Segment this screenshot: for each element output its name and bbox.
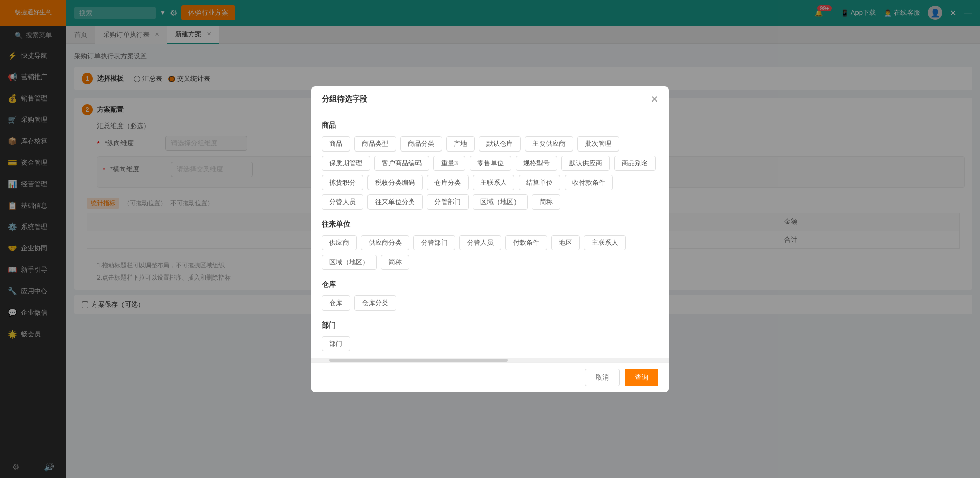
field-tag[interactable]: 付款条件	[505, 235, 547, 250]
field-tag[interactable]: 仓库	[322, 295, 350, 311]
field-selection-modal: 分组待选字段 ✕ 商品商品商品类型商品分类产地默认仓库主要供应商批次管理保质期管…	[311, 86, 669, 392]
field-section-title: 部门	[322, 321, 658, 330]
field-tag[interactable]: 主要供应商	[525, 136, 573, 152]
cancel-button[interactable]: 取消	[585, 369, 620, 386]
field-tag[interactable]: 零售单位	[470, 156, 511, 171]
field-tag[interactable]: 保质期管理	[322, 156, 370, 171]
field-tag[interactable]: 默认仓库	[479, 136, 521, 152]
field-section-仓库: 仓库仓库仓库分类	[322, 280, 658, 311]
field-tag[interactable]: 地区	[551, 235, 580, 250]
field-tag[interactable]: 区域（地区）	[473, 194, 528, 210]
modal-close-button[interactable]: ✕	[651, 94, 658, 105]
field-tag[interactable]: 仓库分类	[427, 175, 469, 190]
field-tag[interactable]: 供应商分类	[361, 235, 409, 250]
field-tag[interactable]: 税收分类编码	[368, 175, 423, 190]
field-section-title: 仓库	[322, 280, 658, 289]
modal-overlay[interactable]: 分组待选字段 ✕ 商品商品商品类型商品分类产地默认仓库主要供应商批次管理保质期管…	[0, 0, 980, 478]
field-tag[interactable]: 主联系人	[473, 175, 514, 190]
field-grid: 部门	[322, 336, 658, 351]
field-tag[interactable]: 分管部门	[413, 235, 455, 250]
field-tag[interactable]: 收付款条件	[565, 175, 613, 190]
field-grid: 商品商品类型商品分类产地默认仓库主要供应商批次管理保质期管理客户商品编码重量3零…	[322, 136, 658, 210]
field-tag[interactable]: 简称	[532, 194, 560, 210]
field-tag[interactable]: 分管人员	[322, 194, 363, 210]
field-tag[interactable]: 结算单位	[519, 175, 560, 190]
confirm-button[interactable]: 查询	[625, 369, 658, 386]
field-tag[interactable]: 商品分类	[400, 136, 442, 152]
field-tag[interactable]: 分管部门	[427, 194, 469, 210]
modal-title: 分组待选字段	[322, 94, 368, 104]
field-grid: 仓库仓库分类	[322, 295, 658, 311]
modal-footer: 取消 查询	[311, 362, 669, 392]
field-tag[interactable]: 往来单位分类	[368, 194, 423, 210]
modal-body[interactable]: 商品商品商品类型商品分类产地默认仓库主要供应商批次管理保质期管理客户商品编码重量…	[311, 113, 669, 358]
field-tag[interactable]: 主联系人	[584, 235, 626, 250]
field-section-商品: 商品商品商品类型商品分类产地默认仓库主要供应商批次管理保质期管理客户商品编码重量…	[322, 121, 658, 210]
field-tag[interactable]: 部门	[322, 336, 350, 351]
field-tag[interactable]: 批次管理	[577, 136, 619, 152]
field-section-title: 往来单位	[322, 220, 658, 229]
field-tag[interactable]: 产地	[446, 136, 475, 152]
field-section-部门: 部门部门	[322, 321, 658, 351]
field-tag[interactable]: 商品	[322, 136, 350, 152]
hscroll-thumb[interactable]	[329, 359, 508, 362]
field-tag[interactable]: 供应商	[322, 235, 357, 250]
field-tag[interactable]: 拣货积分	[322, 175, 363, 190]
field-grid: 供应商供应商分类分管部门分管人员付款条件地区主联系人区域（地区）简称	[322, 235, 658, 270]
horizontal-scrollbar[interactable]	[311, 358, 669, 362]
field-tag[interactable]: 商品别名	[614, 156, 656, 171]
modal-header: 分组待选字段 ✕	[311, 86, 669, 113]
field-tag[interactable]: 默认供应商	[561, 156, 610, 171]
field-tag[interactable]: 简称	[381, 255, 409, 270]
field-tag[interactable]: 重量3	[433, 156, 465, 171]
field-tag[interactable]: 商品类型	[354, 136, 396, 152]
field-tag[interactable]: 分管人员	[459, 235, 501, 250]
field-tag[interactable]: 客户商品编码	[374, 156, 429, 171]
field-tag[interactable]: 区域（地区）	[322, 255, 377, 270]
field-tag[interactable]: 规格型号	[516, 156, 557, 171]
field-section-title: 商品	[322, 121, 658, 130]
field-section-往来单位: 往来单位供应商供应商分类分管部门分管人员付款条件地区主联系人区域（地区）简称	[322, 220, 658, 270]
field-tag[interactable]: 仓库分类	[354, 295, 396, 311]
